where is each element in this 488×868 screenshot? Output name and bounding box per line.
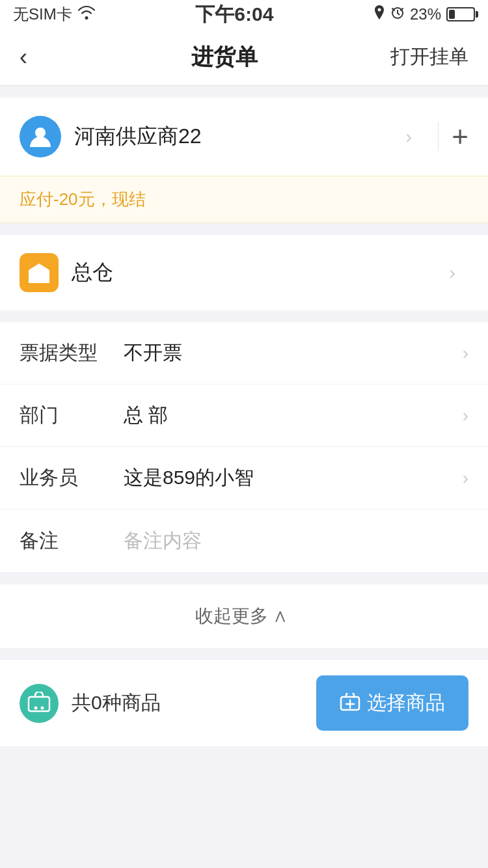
ticket-type-value: 不开票 — [111, 340, 456, 366]
department-label: 部门 — [20, 402, 111, 429]
section-divider-1 — [0, 86, 488, 98]
ticket-type-label: 票据类型 — [20, 340, 111, 366]
select-product-button[interactable]: 选择商品 — [316, 675, 468, 731]
salesperson-row[interactable]: 业务员 这是859的小智 › — [0, 447, 488, 509]
alarm-icon — [390, 5, 405, 23]
product-count-text: 共0种商品 — [72, 690, 303, 716]
person-icon — [27, 124, 53, 150]
warehouse-name: 总仓 — [72, 258, 449, 287]
warehouse-row[interactable]: 总仓 › — [0, 235, 488, 310]
section-divider-2 — [0, 223, 488, 235]
department-chevron-icon: › — [463, 405, 468, 426]
collapse-row[interactable]: 收起更多 ∧ — [0, 584, 488, 648]
warehouse-chevron-icon: › — [449, 262, 455, 284]
warehouse-icon — [27, 261, 51, 284]
note-input[interactable]: 备注内容 — [111, 528, 468, 554]
supplier-avatar — [20, 116, 61, 157]
salesperson-chevron-icon: › — [463, 468, 468, 489]
svg-point-5 — [41, 706, 44, 709]
svg-rect-2 — [35, 275, 43, 283]
select-product-icon — [340, 693, 360, 714]
notice-bar: 应付-20元，现结 — [0, 176, 488, 223]
warehouse-icon-container — [20, 253, 59, 292]
supplier-card: 河南供应商22 › + 应付-20元，现结 — [0, 98, 488, 223]
form-section: 票据类型 不开票 › 部门 总 部 › 业务员 这是859的小智 › 备注 备注… — [0, 322, 488, 572]
salesperson-value: 这是859的小智 — [111, 465, 456, 491]
product-icon-container — [20, 684, 59, 723]
bottom-bar: 共0种商品 选择商品 — [0, 660, 488, 746]
collapse-label: 收起更多 ∧ — [195, 604, 288, 629]
wifi-icon — [77, 5, 96, 23]
note-row[interactable]: 备注 备注内容 — [0, 509, 488, 572]
battery-percent: 23% — [410, 5, 441, 23]
page-background — [0, 746, 488, 868]
battery-icon — [446, 7, 475, 21]
department-value: 总 部 — [111, 402, 456, 429]
open-pending-button[interactable]: 打开挂单 — [390, 44, 468, 70]
svg-point-4 — [34, 706, 38, 709]
cart-icon — [27, 692, 51, 715]
back-button[interactable]: ‹ — [20, 44, 59, 71]
status-right: 23% — [373, 5, 475, 23]
status-time: 下午6:04 — [195, 1, 273, 28]
status-carrier: 无SIM卡 — [13, 4, 96, 25]
note-label: 备注 — [20, 528, 111, 554]
supplier-chevron-icon: › — [405, 126, 412, 148]
page-title: 进货单 — [191, 42, 258, 72]
department-row[interactable]: 部门 总 部 › — [0, 385, 488, 447]
select-product-label: 选择商品 — [367, 690, 445, 716]
supplier-row[interactable]: 河南供应商22 › + — [0, 98, 488, 176]
location-icon — [373, 5, 385, 23]
ticket-type-row[interactable]: 票据类型 不开票 › — [0, 322, 488, 385]
warehouse-card: 总仓 › — [0, 235, 488, 310]
notice-text: 应付-20元，现结 — [20, 189, 146, 209]
add-supplier-button[interactable]: + — [452, 122, 468, 151]
supplier-name: 河南供应商22 — [74, 122, 405, 151]
divider — [438, 122, 439, 151]
status-bar: 无SIM卡 下午6:04 23% — [0, 0, 488, 29]
nav-bar: ‹ 进货单 打开挂单 — [0, 29, 488, 86]
svg-rect-3 — [29, 697, 49, 711]
svg-point-1 — [35, 128, 46, 138]
salesperson-label: 业务员 — [20, 465, 111, 491]
ticket-type-chevron-icon: › — [463, 343, 468, 364]
